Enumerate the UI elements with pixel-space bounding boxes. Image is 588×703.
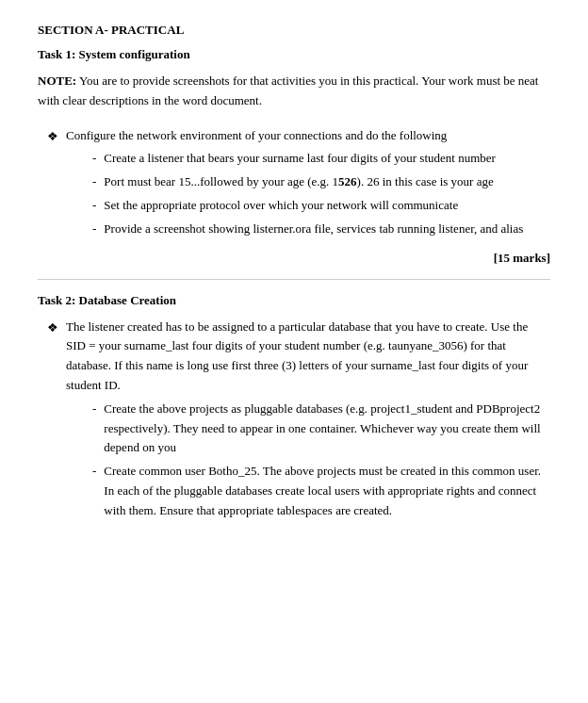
task2-label: Task 2: [38,293,75,307]
task2-dash-list: - Create the above projects as pluggable… [92,400,550,521]
dash-symbol-1: - [92,149,96,169]
dash-text-4: Provide a screenshot showing listerner.o… [104,220,550,239]
task1-bullet-content: Configure the network environment of you… [66,126,550,243]
task2-bullet-section: ❖ The listener created has to be assigne… [47,318,550,525]
task1-label: Task 1: [38,47,75,61]
note-label: NOTE: [38,74,76,88]
task2-dash-item-1: - Create the above projects as pluggable… [92,400,550,458]
task2-dash-item-2: - Create common user Botho_25. The above… [92,462,550,520]
dash-symbol-3: - [92,196,96,216]
note-text: You are to provide screenshots for that … [38,74,538,107]
divider1 [38,279,550,280]
task1-header: Task 1: System configuration [38,47,550,62]
task1-bullet-item: ❖ Configure the network environment of y… [47,126,550,243]
task2-bullet-item: ❖ The listener created has to be assigne… [47,318,550,525]
task2-title: Database Creation [75,293,176,307]
task2-bullet-text: The listener created has to be assigned … [66,319,528,392]
diamond-icon-2: ❖ [47,319,58,338]
task1-bullet-text: Configure the network environment of you… [66,128,447,142]
dash-item-1: - Create a listener that bears your surn… [92,149,550,169]
task2-dash-symbol-1: - [92,400,96,419]
dash-symbol-4: - [92,220,96,239]
dash-item-3: - Set the appropriate protocol over whic… [92,196,550,216]
task1-dash-list: - Create a listener that bears your surn… [92,149,550,238]
task2-dash-text-2: Create common user Botho_25. The above p… [104,462,550,520]
dash-symbol-2: - [92,172,96,192]
diamond-icon: ❖ [47,127,58,147]
dash-item-4: - Provide a screenshot showing listerner… [92,220,550,239]
dash-text-3: Set the appropriate protocol over which … [104,196,550,216]
section-title: SECTION A- PRACTICAL [38,23,550,38]
task1-title: System configuration [75,47,189,61]
task1-bullet-section: ❖ Configure the network environment of y… [47,126,550,243]
dash-item-2: - Port must bear 15...followed by your a… [92,172,550,192]
task2-dash-text-1: Create the above projects as pluggable d… [104,400,550,458]
marks1: [15 marks] [38,251,550,266]
dash-text-1: Create a listener that bears your surnam… [104,149,550,169]
note-block: NOTE: You are to provide screenshots for… [38,72,550,111]
dash-text-2: Port must bear 15...followed by your age… [104,172,550,192]
task2-header: Task 2: Database Creation [38,293,550,308]
task2-bullet-content: The listener created has to be assigned … [66,318,550,525]
task2-dash-symbol-2: - [92,462,96,482]
